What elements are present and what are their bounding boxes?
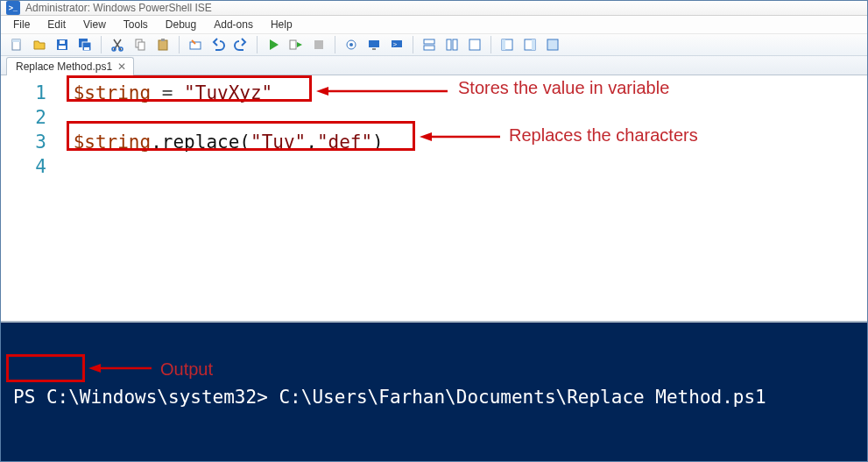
console-pane[interactable]: PS C:\Windows\system32> C:\Users\Farhan\… [1,323,867,462]
console-line: PS C:\Windows\system32> C:\Users\Farhan\… [13,384,855,410]
save-all-icon[interactable] [74,34,95,55]
toolbar-separator [490,36,491,53]
menu-file[interactable]: File [4,16,39,33]
annotation-label-output: Output [160,356,213,382]
menu-view[interactable]: View [74,16,115,33]
stop-icon[interactable] [308,34,329,55]
redo-icon[interactable] [230,34,251,55]
toolbar-separator [179,36,180,53]
run-selection-icon[interactable] [286,34,307,55]
app-icon: >_ [6,1,20,15]
svg-rect-3 [59,46,66,49]
copy-icon[interactable] [130,34,151,55]
code-line: $string.replace("Tuv","def") [62,130,867,154]
open-file-icon[interactable] [29,34,50,55]
svg-rect-27 [469,39,480,50]
toolbar-separator [413,36,413,53]
code-line [62,105,867,130]
clear-icon[interactable] [185,34,206,55]
svg-point-18 [349,43,353,46]
svg-rect-32 [547,39,558,50]
line-number: 4 [1,154,46,179]
window-title: Administrator: Windows PowerShell ISE [25,2,212,14]
show-command-icon[interactable] [497,34,518,55]
svg-rect-12 [159,40,167,50]
toolbar-separator [101,36,102,53]
svg-rect-24 [424,46,434,50]
annotation-label-line1: Stores the value in variable [458,75,669,100]
paste-icon[interactable] [152,34,173,55]
svg-rect-11 [138,42,145,50]
svg-rect-29 [502,39,505,50]
show-script-icon[interactable] [419,34,440,55]
tab-label: Replace Method.ps1 [16,60,112,73]
command-addon-icon[interactable] [519,34,540,55]
line-number: 3 [1,130,46,154]
code-area[interactable]: $string = "TuvXyz" $string.replace("Tuv"… [62,75,867,321]
toolbar-separator [335,36,335,53]
title-bar: >_ Administrator: Windows PowerShell ISE [1,1,867,16]
show-script-top-icon[interactable] [441,34,462,55]
arrow-output [88,363,159,373]
line-number: 2 [1,105,46,130]
remote-icon[interactable] [363,34,385,55]
svg-rect-19 [369,40,379,47]
svg-rect-4 [60,40,65,44]
new-file-icon[interactable] [6,34,27,55]
breakpoint-icon[interactable] [341,34,362,55]
run-icon[interactable] [263,34,284,55]
svg-rect-25 [447,39,451,50]
toolbar: >_ [1,34,867,56]
menu-addons[interactable]: Add-ons [205,16,262,33]
svg-rect-23 [424,39,434,44]
svg-rect-20 [372,48,376,50]
show-script-max-icon[interactable] [464,34,485,55]
options-icon[interactable] [542,34,563,55]
menu-debug[interactable]: Debug [157,16,205,33]
svg-rect-1 [12,39,20,42]
menu-help[interactable]: Help [262,16,301,33]
script-editor[interactable]: 1 2 3 4 $string = "TuvXyz" $string.repla… [1,75,867,321]
tab-strip: Replace Method.ps1 ✕ [1,56,867,75]
script-tab[interactable]: Replace Method.ps1 ✕ [6,57,134,75]
annotation-label-line3: Replaces the characters [509,123,698,147]
menu-edit[interactable]: Edit [39,16,74,33]
new-remote-tab-icon[interactable]: >_ [386,34,407,55]
svg-rect-13 [161,39,165,41]
svg-rect-16 [314,40,323,49]
code-line [62,154,867,179]
svg-marker-38 [88,364,101,373]
menu-tools[interactable]: Tools [115,16,157,33]
svg-rect-15 [290,40,296,49]
svg-rect-26 [453,39,457,50]
undo-icon[interactable] [208,34,229,55]
svg-rect-31 [532,39,535,50]
save-icon[interactable] [52,34,73,55]
toolbar-separator [257,36,258,53]
svg-rect-7 [84,47,89,50]
close-icon[interactable]: ✕ [117,61,126,72]
cut-icon[interactable] [107,34,128,55]
menu-bar: File Edit View Tools Debug Add-ons Help [1,16,867,34]
line-gutter: 1 2 3 4 [1,75,62,321]
svg-text:>_: >_ [392,40,401,48]
annotation-box-output [6,354,85,382]
line-number: 1 [1,81,46,105]
